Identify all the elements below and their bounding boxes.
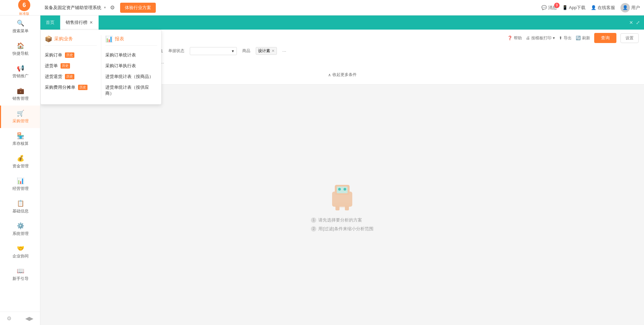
collapse-label: 收起更多条件 (332, 72, 357, 78)
user-item[interactable]: 👤 用户 (620, 3, 640, 12)
sidebar-item-system[interactable]: ⚙️ 系统管理 (0, 218, 40, 241)
doc-status-arrow: ▾ (232, 49, 234, 53)
sidebar-item-label-system: 系统管理 (12, 231, 29, 237)
sidebar-item-finance[interactable]: 💰 资金管理 (0, 151, 40, 173)
dropdown-arrow-icon[interactable]: ▾ (104, 5, 106, 10)
purchase-order-stat-item[interactable]: 采购订单统计表 (105, 50, 157, 60)
goods-return-label: 进货退货 (45, 74, 62, 80)
svg-point-5 (344, 188, 346, 191)
tab-home-label: 首页 (46, 19, 55, 26)
hint-text-2: 用[过滤]条件来缩小分析范围 (318, 226, 373, 232)
content-area: 首页 销售排行榜 ✕ ✕ ⤢ 📦 采购业务 采购订单 (40, 15, 644, 325)
sidebar-item-label-purchase: 采购管理 (12, 118, 29, 124)
product-label: 商品 (242, 48, 250, 54)
sidebar-item-nav[interactable]: 🏠 快捷导航 (0, 38, 40, 60)
history-badge-1: 历史 (65, 52, 74, 58)
settings-icon[interactable]: ⚙ (110, 4, 115, 11)
system-title-area: 装备及固定资产辅助管理系统 ▾ ⚙ 体验行业方案 (44, 3, 541, 13)
purchase-expense-label: 采购费用分摊单 (45, 84, 75, 90)
enterprise-icon: 🤝 (17, 245, 24, 252)
history-badge-3: 历史 (65, 74, 74, 79)
goods-stat-by-product-label: 进货单统计表（按商品） (105, 74, 153, 80)
sidebar-item-operation[interactable]: 📊 经营管理 (0, 173, 40, 196)
goods-stat-by-product-item[interactable]: 进货单统计表（按商品） (105, 71, 157, 82)
sidebar-item-marketing[interactable]: 📢 营销推广 (0, 60, 40, 83)
purchase-icon: 🛒 (17, 110, 24, 117)
sidebar-item-sales[interactable]: 💼 销售管理 (0, 83, 40, 106)
industry-btn[interactable]: 体验行业方案 (120, 3, 156, 13)
sidebar-item-enterprise[interactable]: 🤝 企业协同 (0, 241, 40, 263)
sidebar-item-label-nav: 快捷导航 (12, 51, 29, 56)
goods-receipt-label: 进货单 (45, 63, 58, 69)
sidebar-item-label-inventory: 库存核算 (12, 141, 29, 147)
marketing-icon: 📢 (17, 65, 24, 72)
empty-hint-2: 2 用[过滤]条件来缩小分析范围 (311, 226, 373, 232)
empty-state: 1 请先选择要分析的方案 2 用[过滤]条件来缩小分析范围 (40, 85, 644, 325)
history-badge-4: 历史 (78, 85, 87, 90)
user-avatar: 👤 (620, 3, 630, 12)
tab-home[interactable]: 首页 (40, 15, 60, 30)
purchase-order-exec-label: 采购订单执行表 (105, 63, 136, 69)
online-service-label: 在线客服 (598, 5, 615, 11)
message-icon: 💬 (541, 5, 547, 10)
goods-receipt-item[interactable]: 进货单 历史 (45, 60, 97, 71)
svg-rect-7 (345, 206, 349, 210)
tab-bar: 首页 销售排行榜 ✕ ✕ ⤢ 📦 采购业务 采购订单 (40, 15, 644, 30)
online-service-item[interactable]: 👤 在线客服 (591, 5, 615, 11)
tab-expand-icon[interactable]: ⤢ (636, 20, 640, 25)
logo-icon: 6 (18, 0, 30, 11)
purchase-order-exec-item[interactable]: 采购订单执行表 (105, 60, 157, 71)
tab-sales-rank-label: 销售排行榜 (66, 19, 87, 26)
sidebar-item-label-search: 搜索菜单 (12, 28, 29, 34)
notification-item[interactable]: 💬 消息 9 (541, 5, 557, 11)
sidebar-item-label-newbie: 新手引导 (12, 276, 29, 282)
app-download-item[interactable]: 📱 App下载 (562, 5, 585, 11)
refresh-label: 刷新 (582, 35, 590, 41)
export-item[interactable]: ⬆ 导出 (559, 35, 572, 41)
purchase-order-stat-label: 采购订单统计表 (105, 52, 136, 58)
help-item[interactable]: ❓ 帮助 (507, 35, 522, 41)
dropdown-menu: 📦 采购业务 采购订单 历史 进货单 历史 进货退货 历史 (40, 30, 162, 105)
sidebar-item-inventory[interactable]: 🏪 库存核算 (0, 128, 40, 151)
report-col-icon: 📊 (105, 35, 113, 43)
tab-close-icon[interactable]: ✕ (90, 20, 93, 25)
product-tag-close[interactable]: ✕ (272, 49, 275, 53)
print-item[interactable]: 🖨 按模板打印 ▾ (526, 35, 555, 41)
finance-icon: 💰 (17, 155, 24, 162)
sidebar-item-label-sales: 销售管理 (12, 96, 29, 101)
user-label: 用户 (631, 5, 640, 11)
newbie-icon: 📖 (17, 267, 24, 275)
sidebar: 🔍 搜索菜单 🏠 快捷导航 📢 营销推广 💼 销售管理 🛒 采购管理 🏪 库存核… (0, 15, 40, 325)
settings-small-btn[interactable]: 设置 (620, 33, 639, 43)
query-button[interactable]: 查询 (594, 33, 616, 43)
logo-area: 6 标准版 (4, 0, 44, 16)
settings-bottom-icon[interactable]: ⚙ (7, 315, 11, 322)
sidebar-item-purchase[interactable]: 🛒 采购管理 (0, 106, 40, 128)
product-more-icon[interactable]: ··· (282, 48, 286, 54)
tab-close-all-icon[interactable]: ✕ (629, 20, 633, 25)
sidebar-item-search[interactable]: 🔍 搜索菜单 (0, 15, 40, 38)
sidebar-item-newbie[interactable]: 📖 新手引导 (0, 263, 40, 286)
refresh-item[interactable]: 🔄 刷新 (576, 35, 590, 41)
collapse-sidebar-icon[interactable]: ◀▶ (25, 315, 33, 322)
product-tag: 设计素 ✕ (256, 47, 277, 55)
purchase-order-item[interactable]: 采购订单 历史 (45, 50, 97, 60)
basicinfo-icon: 📋 (17, 200, 24, 207)
doc-status-label: 单据状态 (168, 48, 184, 54)
print-icon: 🖨 (526, 36, 530, 40)
sidebar-item-label-operation: 经营管理 (12, 186, 29, 192)
report-col-header: 📊 报表 (105, 35, 157, 46)
service-icon: 👤 (591, 5, 596, 10)
empty-hint-1: 1 请先选择要分析的方案 (311, 217, 373, 223)
goods-stat-by-supplier-item[interactable]: 进货单统计表（按供应商） (105, 82, 157, 99)
goods-return-item[interactable]: 进货退货 历史 (45, 71, 97, 82)
top-right: 💬 消息 9 📱 App下载 👤 在线客服 👤 用户 (541, 3, 640, 12)
tab-sales-rank[interactable]: 销售排行榜 ✕ (60, 15, 99, 30)
sidebar-item-label-marketing: 营销推广 (12, 73, 29, 79)
sidebar-item-basicinfo[interactable]: 📋 基础信息 (0, 196, 40, 218)
print-label: 按模板打印 (531, 35, 551, 41)
purchase-expense-item[interactable]: 采购费用分摊单 历史 (45, 82, 97, 93)
purchase-order-label: 采购订单 (45, 52, 62, 58)
search-icon: 🔍 (17, 19, 24, 27)
doc-status-select[interactable]: ▾ (190, 47, 237, 55)
